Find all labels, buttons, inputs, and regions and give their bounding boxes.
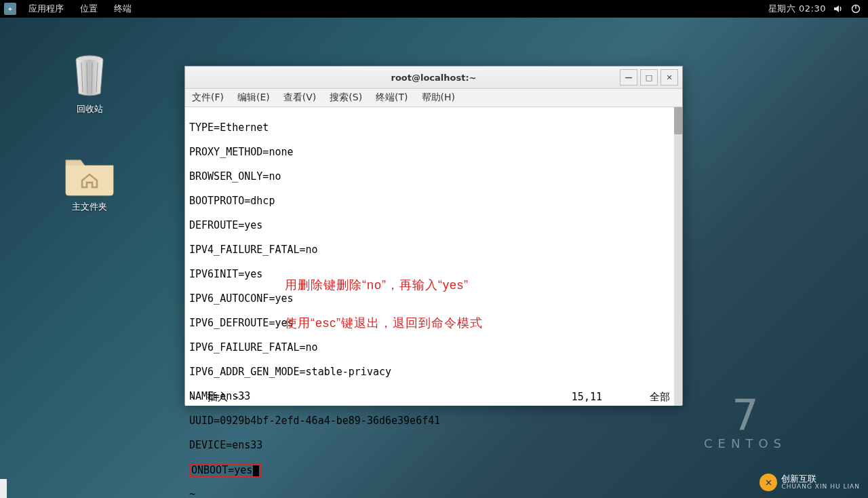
term-line: IPV6_ADDR_GEN_MODE=stable-privacy: [189, 366, 670, 378]
scrollbar-thumb[interactable]: [674, 107, 682, 134]
window-title: root@localhost:~: [391, 73, 476, 83]
menu-search[interactable]: 搜索(S): [323, 92, 369, 104]
menu-edit[interactable]: 编辑(E): [231, 92, 277, 104]
text-cursor: [253, 465, 259, 476]
menu-applications[interactable]: 应用程序: [20, 3, 72, 15]
terminal-menubar: 文件(F) 编辑(E) 查看(V) 搜索(S) 终端(T) 帮助(H): [185, 89, 682, 107]
watermark-text: 创新互联: [781, 474, 860, 484]
menu-view[interactable]: 查看(V): [277, 92, 323, 104]
term-line: BOOTPROTO=dhcp: [189, 195, 670, 207]
desktop-icon-label: 回收站: [49, 103, 130, 115]
onboot-highlight: ONBOOT=yes: [189, 463, 261, 477]
vim-mode: -- 插入 --: [189, 391, 246, 404]
term-line: IPV6_AUTOCONF=yes: [189, 292, 670, 305]
menu-terminal[interactable]: 终端: [106, 3, 140, 15]
vim-scroll-pos: 全部: [650, 391, 670, 404]
clock[interactable]: 星期六 02:30: [768, 3, 826, 15]
desktop-icon-home[interactable]: 主文件夹: [49, 151, 130, 213]
term-line: TYPE=Ethernet: [189, 121, 670, 134]
term-line: BROWSER_ONLY=no: [189, 170, 670, 183]
term-line: IPV4_FAILURE_FATAL=no: [189, 244, 670, 256]
trash-icon: [49, 53, 130, 99]
term-line-onboot: ONBOOT=yes: [189, 463, 670, 476]
term-line: IPV6_FAILURE_FATAL=no: [189, 341, 670, 353]
centos-7: 7: [704, 394, 787, 436]
distro-icon: ✦: [4, 3, 16, 15]
menu-file[interactable]: 文件(F): [185, 92, 231, 104]
term-line: DEVICE=ens33: [189, 439, 670, 451]
terminal-body[interactable]: TYPE=Ethernet PROXY_METHOD=none BROWSER_…: [185, 107, 682, 406]
window-titlebar[interactable]: root@localhost:~ — □ ✕: [185, 66, 682, 89]
vim-cursor-pos: 15,11: [572, 391, 602, 404]
bottom-sliver: [0, 479, 7, 498]
watermark-subtext: CHUANG XIN HU LIAN: [781, 484, 860, 491]
desktop-icon-label: 主文件夹: [49, 201, 130, 213]
top-panel: ✦ 应用程序 位置 终端 星期六 02:30: [0, 0, 868, 18]
terminal-scrollbar[interactable]: [674, 107, 682, 406]
centos-brand: 7 CENTOS: [704, 394, 787, 451]
term-line: UUID=0929b4bf-2efd-46a4-be89-36d6e39e6f4…: [189, 415, 670, 427]
term-line: PROXY_METHOD=none: [189, 146, 670, 158]
centos-label: CENTOS: [704, 436, 787, 451]
watermark-icon: ✕: [760, 474, 777, 491]
menu-terminal[interactable]: 终端(T): [369, 92, 414, 104]
window-minimize-button[interactable]: —: [620, 69, 637, 85]
home-folder-icon: [49, 151, 130, 197]
term-line-tilde: ~: [189, 488, 670, 498]
term-line: DEFROUTE=yes: [189, 219, 670, 231]
terminal-window: root@localhost:~ — □ ✕ 文件(F) 编辑(E) 查看(V)…: [184, 66, 683, 405]
window-close-button[interactable]: ✕: [660, 69, 678, 85]
window-maximize-button[interactable]: □: [640, 69, 658, 85]
annotation-text-1: 用删除键删除“no”，再输入“yes”: [285, 277, 469, 293]
power-icon[interactable]: [850, 3, 861, 14]
annotation-text-2: 使用“esc”键退出，退回到命令模式: [285, 315, 483, 331]
menu-help[interactable]: 帮助(H): [415, 92, 462, 104]
menu-places[interactable]: 位置: [72, 3, 106, 15]
volume-icon[interactable]: [833, 3, 844, 14]
watermark: ✕ 创新互联 CHUANG XIN HU LIAN: [760, 474, 860, 491]
desktop-icon-trash[interactable]: 回收站: [49, 53, 130, 115]
terminal-content: TYPE=Ethernet PROXY_METHOD=none BROWSER_…: [185, 107, 674, 406]
